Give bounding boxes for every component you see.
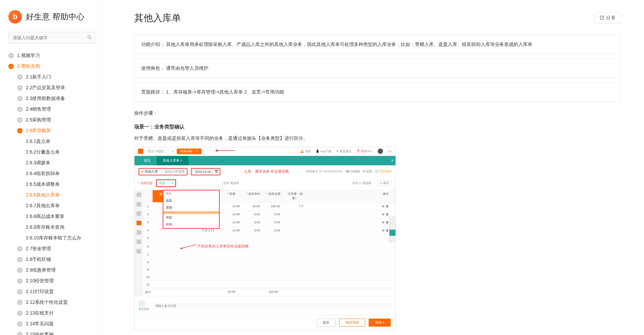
plus-icon: + (17, 332, 22, 335)
history-icon: 🕓 历史单据 (375, 169, 391, 174)
nav-item-2-12[interactable]: +2.12系统个性化设置 (17, 297, 95, 308)
plus-icon: + (17, 85, 22, 91)
nav-item-2-6-7[interactable]: 2.6.7其他出库单 (26, 201, 95, 211)
role-box: 使用角色：通常由仓管人员维护 (134, 58, 621, 78)
nav-item-2-6-1[interactable]: 2.6.1盘点单 (26, 136, 95, 147)
shot-sidetools (389, 217, 396, 242)
minus-icon: – (17, 128, 22, 133)
annotation-1: 入库、退库业务 在这里切换 (244, 169, 289, 174)
shot-leftbar (135, 190, 143, 296)
nav-item-docs[interactable]: –2.帮助文档 (8, 61, 95, 72)
share-button[interactable]: 分享 (595, 12, 621, 24)
shot-warehouse-label: * 仓库信息 (139, 181, 153, 185)
nav-item-2-6-8[interactable]: 2.6.8商品成本重算 (26, 211, 95, 222)
nav-item-2-5[interactable]: +2.5采购管理 (17, 115, 95, 125)
nav-item-2-6-9[interactable]: 2.6.9库存账本查询 (26, 222, 95, 233)
path-label: 页面路径： (141, 89, 165, 95)
close-icon: × (391, 158, 393, 163)
page-title: 其他入库单 (134, 12, 181, 24)
bell-icon: 🔔 消息 (300, 149, 311, 154)
biztype-dropdown: 请选 盘盈 受赠 收益 其他 (163, 190, 220, 229)
share-icon (600, 15, 604, 21)
nav-item-2-6[interactable]: –2.6库存核算 (17, 125, 95, 136)
shot-tabbar: 首页 其他入库单 × × (135, 156, 395, 165)
nav-item-2-15[interactable]: +2.15操作案例 (17, 329, 95, 335)
intro-label: 功能介绍： (141, 42, 165, 47)
nav-item-2-2[interactable]: +2.2产品安装及登录 (17, 82, 95, 93)
logo-row: b 好生意 帮助中心 (8, 10, 95, 23)
annotation-2: 不同业务的入库类型在这里切换 (197, 244, 249, 248)
nav-item-2-10[interactable]: +2.10经营管理 (17, 276, 95, 286)
svg-line-4 (181, 244, 196, 248)
shot-biztype-select: 请选▴ (157, 180, 175, 186)
plus-icon: + (17, 311, 22, 316)
sidebar: b 好生意 帮助中心 +1.视频学习 –2.帮助文档 +2.1新手入门 +2.2… (0, 0, 102, 335)
embedded-screenshot: TEST-H002 | ▾ 我要体验一下 🔔 消息 📱 App下载 ✉ 意见建议… (134, 147, 396, 331)
shot-logo-icon (138, 149, 143, 154)
avatar-icon (378, 149, 383, 154)
path-box: 页面路径：1、库存核算->库存管理->其他入库单 2、首页->常用功能 (134, 82, 621, 102)
shot-tab-home: 首页 (138, 156, 157, 165)
plus-icon: + (17, 321, 22, 327)
app-title: 好生意 帮助中心 (26, 11, 85, 22)
plus-icon: + (17, 257, 22, 262)
nav-item-video[interactable]: +1.视频学习 (8, 50, 95, 61)
shot-remark-input (153, 303, 391, 309)
shot-tenant: TEST-H002 (147, 150, 164, 153)
scene1-text: 对于受赠、盘盈或是拆装入库等不同的业务，是通过单据头【业务类型】进行区分。 (134, 133, 621, 143)
main-content: 其他入库单 分享 功能介绍：其他入库单用来处理除采购入库、产成品入库之外的其他入… (102, 0, 639, 335)
plus-icon: + (17, 74, 22, 80)
intro-text: 其他入库单用来处理除采购入库、产成品入库之外的其他入库业务，因此其他入库单可处理… (166, 42, 532, 47)
nav-item-2-9[interactable]: +2.9优惠券管理 (17, 265, 95, 276)
shot-save-btn: 保存 ▾ (369, 319, 391, 327)
nav-item-2-6-4[interactable]: 2.6.4组装拆卸单 (26, 168, 95, 179)
brand-logo-icon: b (8, 10, 22, 23)
path-text: 1、库存核算->库存管理->其他入库单 2、首页->常用功能 (166, 89, 284, 95)
nav-item-2-4[interactable]: +2.4销售管理 (17, 104, 95, 115)
plus-icon: + (17, 246, 22, 252)
plus-icon: + (17, 278, 22, 284)
scene1-heading: 场景一：业务类型确认 (134, 124, 621, 130)
intro-box: 功能介绍：其他入库单用来处理除采购入库、产成品入库之外的其他入库业务，因此其他入… (134, 35, 621, 54)
nav-item-2-6-5[interactable]: 2.6.5成本调整单 (26, 179, 95, 190)
nav-item-2-6-10[interactable]: 2.6.10库存账本错了怎么办 (26, 233, 95, 243)
feedback-icon: ✉ 意见建议 (336, 149, 352, 154)
nav-item-2-3[interactable]: +2.3使用前数据准备 (17, 93, 95, 104)
shot-draft-btn: 保存草稿 (339, 319, 365, 327)
search-input[interactable] (8, 32, 95, 44)
nav-item-2-6-2[interactable]: 2.6.2分量盘点单 (26, 147, 95, 158)
plus-icon: + (17, 289, 22, 294)
shot-tab-doc: 其他入库单 × (157, 156, 189, 165)
nav-item-2-7[interactable]: +2.7资金管理 (17, 243, 95, 254)
shot-topbar: TEST-H002 | ▾ 我要体验一下 🔔 消息 📱 App下载 ✉ 意见建议… (135, 147, 395, 156)
minus-icon: – (8, 64, 14, 69)
role-text: 通常由仓管人员维护 (166, 65, 208, 71)
svg-marker-5 (179, 247, 183, 249)
shot-cancel-btn: 放弃 (316, 319, 336, 327)
shot-experience-btn: 我要体验一下 (177, 149, 202, 154)
nav-item-2-6-6[interactable]: 2.6.6其他入库单 (26, 190, 95, 201)
share-label: 分享 (606, 15, 615, 21)
plus-icon: + (17, 107, 22, 112)
nav-tree: +1.视频学习 –2.帮助文档 +2.1新手入门 +2.2产品安装及登录 +2.… (8, 50, 95, 335)
plus-icon: + (17, 96, 22, 101)
nav-item-2-8[interactable]: +2.8手机旺铺 (17, 254, 95, 265)
plus-icon: + (17, 300, 22, 305)
phone-icon: 📱 App下载 (316, 149, 331, 154)
gear-icon: ⚙ 设置 (363, 169, 372, 174)
help-icon: ❓ 帮助中心 (356, 149, 373, 154)
nav-item-2-13[interactable]: +2.13在线支付 (17, 308, 95, 319)
doc-type-toggle: ●其他入库 ○其他入库退库 (139, 168, 187, 175)
nav-item-2-11[interactable]: +2.11打印设置 (17, 286, 95, 297)
nav-item-2-6-3[interactable]: 2.6.3调拨单 (26, 158, 95, 168)
note-icon (139, 300, 145, 307)
plus-icon: + (17, 117, 22, 123)
role-label: 使用角色： (141, 65, 165, 71)
shot-username: CC (388, 150, 392, 153)
nav-item-2-14[interactable]: +2.14常见问题 (17, 319, 95, 329)
nav-item-2-1[interactable]: +2.1新手入门 (17, 72, 95, 82)
plus-icon: + (17, 268, 22, 273)
keyboard-icon: ⌨ 快捷键 (345, 169, 360, 174)
steps-label: 操作步骤： (134, 108, 621, 118)
shot-warehouse-value: 仓库 请选择 (223, 181, 239, 185)
